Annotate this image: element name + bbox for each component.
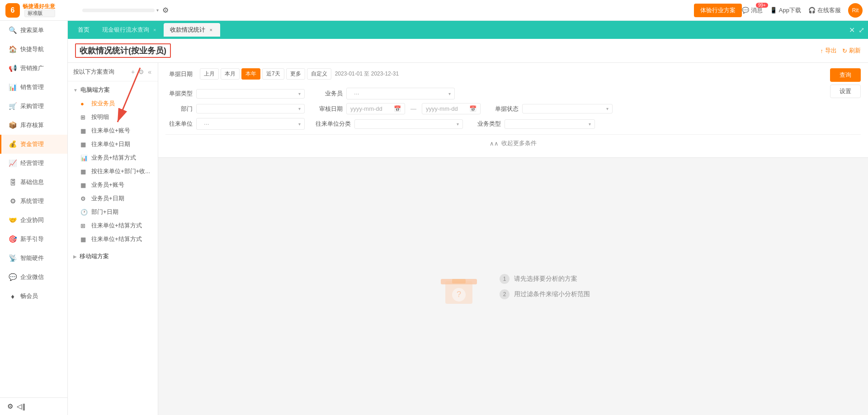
export-btn[interactable]: ↑ 导出: [821, 47, 837, 55]
top-gear-btn[interactable]: ⚙: [160, 4, 170, 16]
operation-icon: 📈: [9, 159, 17, 167]
salesperson-label: 业务员: [316, 90, 343, 98]
review-date-from-calendar-icon[interactable]: 📅: [394, 105, 401, 112]
empty-illustration: ?: [436, 263, 481, 310]
messages-btn[interactable]: 💬 消息 99+: [742, 6, 763, 14]
date-btn-custom[interactable]: 自定义: [307, 68, 331, 80]
doc-type-cell: 单据类型 ▾: [165, 89, 305, 99]
tab-cash-flow[interactable]: 现金银行流水查询 ×: [96, 23, 164, 37]
partner-select[interactable]: ··· ▾: [196, 118, 305, 130]
scheme-item-unit-date[interactable]: ▦ 往来单位+日期: [68, 137, 158, 151]
step-2-number: 2: [500, 289, 509, 299]
refresh-btn[interactable]: ↻ 刷新: [842, 47, 861, 55]
sidebar-collapse-icon[interactable]: ◁‖: [17, 402, 26, 410]
tab-collection[interactable]: 收款情况统计 ×: [164, 23, 220, 37]
review-date-to-calendar-icon[interactable]: 📅: [469, 105, 476, 112]
partner-category-cell: 往来单位分类 ▾: [316, 119, 463, 129]
sidebar-settings-icon[interactable]: ⚙: [7, 402, 13, 410]
scheme-item-salesperson-account[interactable]: ▦ 业务员+账号: [68, 178, 158, 192]
partner-category-select[interactable]: ▾: [354, 119, 463, 129]
sidebar-item-quick-nav[interactable]: 🏠 快捷导航: [0, 40, 67, 59]
date-btn-this-year[interactable]: 本年: [241, 68, 260, 80]
sidebar-item-operation[interactable]: 📈 经营管理: [0, 154, 67, 173]
scheme-item-salesperson-date[interactable]: ⚙ 业务员+日期: [68, 192, 158, 205]
online-support-btn[interactable]: 🎧 在线客服: [808, 6, 841, 14]
date-btn-this-month[interactable]: 本月: [221, 68, 240, 80]
date-btn-more[interactable]: 更多: [286, 68, 305, 80]
tab-cash-flow-label: 现金银行流水查询: [102, 26, 149, 34]
app-download-label: App下载: [779, 6, 801, 14]
scheme-item-unit-account[interactable]: ▦ 往来单位+账号: [68, 124, 158, 137]
biz-type-select[interactable]: ▾: [505, 119, 595, 129]
window-maximize-icon[interactable]: ⤢: [859, 26, 864, 34]
tab-home[interactable]: 首页: [71, 23, 96, 37]
sidebar-item-inventory[interactable]: 📦 库存核算: [0, 116, 67, 135]
date-filter-row: 单据日期 上月 本月 本年 近7天 更多 自定义 2023-01-01 至 20…: [165, 68, 823, 80]
partner-more-icon[interactable]: ···: [204, 120, 209, 127]
review-date-to-input[interactable]: yyyy-mm-dd 📅: [422, 103, 481, 114]
sidebar-item-member[interactable]: ♦ 畅会员: [0, 287, 67, 306]
sidebar-label-quick-nav: 快捷导航: [20, 45, 44, 53]
marketing-icon: 📢: [9, 64, 17, 72]
sidebar-label-system: 系统管理: [20, 197, 44, 205]
date-btn-last-month[interactable]: 上月: [200, 68, 219, 80]
sidebar-item-wechat[interactable]: 💬 企业微信: [0, 268, 67, 287]
scheme-group-mobile-title[interactable]: ▶ 移动端方案: [68, 250, 158, 263]
inventory-icon: 📦: [9, 121, 17, 129]
main-content: 首页 现金银行流水查询 × 收款情况统计 × ✕ ⤢ 收款情况统计(按业务员) …: [68, 21, 868, 415]
panel-collapse-icon[interactable]: «: [147, 67, 152, 76]
scheme-item-dept-date[interactable]: 🕐 部门+日期: [68, 205, 158, 219]
review-date-from-input[interactable]: yyyy-mm-dd 📅: [346, 103, 405, 114]
settings-btn[interactable]: 设置: [830, 85, 861, 98]
system-icon: ⚙: [9, 197, 17, 205]
edition-badge: 标准版: [24, 9, 55, 17]
sidebar-item-system[interactable]: ⚙ 系统管理: [0, 192, 67, 211]
scheme-item-unit-settle3[interactable]: ▦ 往来单位+结算方式: [68, 232, 158, 246]
scheme-item-by-detail[interactable]: ⊞ 按明细: [68, 110, 158, 124]
desktop-group-label: 电脑端方案: [80, 86, 110, 94]
date-btn-7days[interactable]: 近7天: [262, 68, 284, 80]
scheme-item-unit-dept-collect[interactable]: ▦ 按往来单位+部门+收...: [68, 165, 158, 178]
window-close-icon[interactable]: ✕: [849, 26, 855, 34]
sidebar-item-marketing[interactable]: 📢 营销推广: [0, 59, 67, 78]
doc-type-select[interactable]: ▾: [196, 89, 305, 99]
sidebar-item-sales[interactable]: 📊 销售管理: [0, 78, 67, 97]
scheme-item-salesperson-settle[interactable]: 📊 业务员+结算方式: [68, 151, 158, 165]
sidebar-item-search-menu[interactable]: 🔍 搜索菜单: [0, 21, 67, 40]
sidebar-item-enterprise[interactable]: 🤝 企业协同: [0, 211, 67, 230]
sidebar-item-guide[interactable]: 🎯 新手引导: [0, 230, 67, 249]
dept-select[interactable]: ▾: [196, 104, 305, 113]
detail-scheme-label: 按明细: [91, 113, 109, 121]
scheme-item-by-salesperson[interactable]: ● 按业务员: [68, 97, 158, 110]
app-download-btn[interactable]: 📱 App下载: [770, 6, 801, 14]
scheme-item-unit-settle2[interactable]: ⊞ 往来单位+结算方式: [68, 219, 158, 232]
partner-row: 往来单位 ··· ▾ 往来单位分类: [165, 118, 823, 130]
salesperson-more-icon[interactable]: ···: [354, 90, 359, 97]
biz-type-cell: 业务类型 ▾: [474, 119, 595, 129]
tab-collection-close-icon[interactable]: ×: [208, 27, 213, 33]
sidebar-item-purchase[interactable]: 🛒 采购管理: [0, 97, 67, 116]
collapse-btn[interactable]: ∧∧ 收起更多条件: [165, 134, 861, 152]
sidebar-label-purchase: 采购管理: [20, 102, 44, 110]
panel-settings-icon[interactable]: ⚙: [137, 67, 145, 76]
salesperson-account-icon: ▦: [80, 182, 88, 189]
panel-add-icon[interactable]: +: [130, 67, 136, 76]
user-avatar[interactable]: Rit: [848, 3, 863, 18]
sidebar-item-finance[interactable]: 💰 资金管理: [0, 135, 67, 154]
tab-cash-flow-close-icon[interactable]: ×: [152, 27, 157, 33]
partner-cell: 往来单位 ··· ▾: [165, 118, 305, 130]
smart-hw-icon: 📡: [9, 254, 17, 262]
top-bar: 6 畅捷通好生意 标准版 ▾ ⚙ 体验行业方案 💬 消息 99+ 📱 App下载…: [0, 0, 868, 21]
breadcrumb-dropdown-icon[interactable]: ▾: [156, 8, 159, 13]
sidebar-item-smart-hw[interactable]: 📡 智能硬件: [0, 249, 67, 268]
unit-settle2-label: 往来单位+结算方式: [91, 222, 142, 230]
dept-date-label: 部门+日期: [91, 208, 118, 216]
desktop-expand-icon: ▼: [73, 88, 78, 93]
scheme-group-desktop-title[interactable]: ▼ 电脑端方案: [68, 83, 158, 97]
query-btn[interactable]: 查询: [830, 68, 861, 82]
doc-type-arrow-icon: ▾: [298, 91, 301, 96]
trial-button[interactable]: 体验行业方案: [694, 4, 742, 17]
doc-status-select[interactable]: ▾: [522, 104, 613, 113]
salesperson-select[interactable]: ··· ▾: [346, 88, 455, 99]
sidebar-item-basic-info[interactable]: 🗄 基础信息: [0, 173, 67, 192]
